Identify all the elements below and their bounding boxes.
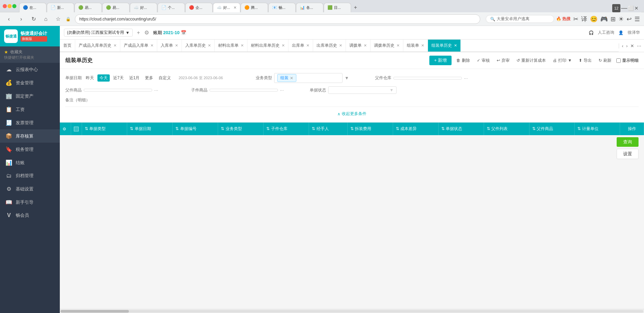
sidebar-item-settle[interactable]: 📊 结账	[0, 156, 60, 169]
biz-type-remove-icon[interactable]: ✕	[290, 76, 293, 81]
period-selector[interactable]: 账期 2021-10 📅	[153, 30, 187, 36]
recalc-cost-button[interactable]: ↺ 重新计算成本	[514, 56, 548, 65]
parent-item-more-icon[interactable]: ···	[154, 87, 158, 93]
tab-close-icon[interactable]: ✕	[233, 5, 237, 10]
menu-icon[interactable]: ☰	[634, 15, 640, 23]
sidebar-item-cloud-report[interactable]: ☁ 云报表中心	[0, 63, 60, 76]
export-button[interactable]: ⬆ 导出	[577, 56, 594, 65]
tab-group[interactable]: 组装单 ✕	[403, 40, 428, 52]
th-dismantle-fee[interactable]: ⇅ 拆装费用	[347, 123, 393, 135]
sidebar-item-vip[interactable]: V 畅会员	[0, 209, 60, 222]
child-item-more-icon[interactable]: ···	[280, 87, 284, 93]
address-bar[interactable]	[75, 14, 480, 24]
sidebar-item-fund[interactable]: 💰 资金管理	[0, 76, 60, 89]
th-checkbox[interactable]	[71, 123, 82, 135]
th-order-date[interactable]: ⇅ 单据日期	[127, 123, 173, 135]
grid-icon[interactable]: ⊞	[611, 15, 616, 23]
history-icon[interactable]: ↩	[627, 15, 632, 23]
set-button[interactable]: 设置	[617, 149, 639, 159]
date-btn-today[interactable]: 今天	[97, 74, 110, 82]
biz-type-dropdown-icon[interactable]: ▼	[345, 75, 349, 81]
tab-close-mat-out[interactable]: ✕	[241, 43, 244, 48]
biz-type-input-area[interactable]: 组装 ✕	[274, 73, 343, 83]
tab-close-mat-out-hist[interactable]: ✕	[282, 43, 285, 48]
browser-tab-2[interactable]: 📄 新...	[47, 3, 74, 12]
browser-tab-3[interactable]: 🟢 易...	[75, 3, 102, 12]
date-btn-yesterday[interactable]: 昨天	[84, 74, 96, 82]
tab-out[interactable]: 出库单 ✕	[289, 40, 313, 52]
browser-tab-12[interactable]: 🟩 目...	[324, 3, 351, 12]
delete-button[interactable]: 🗑 删除	[454, 56, 472, 65]
tab-close-prod-in-hist[interactable]: ✕	[113, 43, 117, 48]
consult-label[interactable]: 人工咨询	[598, 30, 614, 35]
show-detail-checkbox[interactable]	[616, 58, 621, 63]
sidebar-item-invoice[interactable]: 🧾 发票管理	[0, 116, 60, 129]
date-btn-custom[interactable]: 自定义	[157, 74, 173, 82]
tab-close-group-hist[interactable]: ✕	[454, 43, 457, 48]
browser-tab-5[interactable]: ☁️ 好...	[130, 3, 157, 12]
tab-prev-icon[interactable]: ‹	[620, 43, 625, 48]
browser-tab-1[interactable]: 🔵 在...	[19, 3, 46, 12]
browser-tab-10[interactable]: 📧 畅...	[268, 3, 296, 12]
date-btn-7days[interactable]: 近7天	[111, 74, 126, 82]
search-bar[interactable]: 🔍 大量安卓用户逃离	[486, 15, 554, 23]
username[interactable]: 徐泽华	[628, 30, 640, 35]
sidebar-item-payroll[interactable]: 📋 工资	[0, 103, 60, 116]
th-order-status[interactable]: ⇅ 单据状态	[438, 123, 484, 135]
game-icon[interactable]: 🎮	[600, 15, 608, 23]
add-tab-icon[interactable]: +	[137, 30, 140, 36]
abandon-button[interactable]: ↩ 弃审	[495, 56, 512, 65]
sidebar-item-basic[interactable]: ⚙ 基础设置	[0, 182, 60, 196]
bookmark-button[interactable]: ☆	[53, 14, 63, 24]
th-cost-diff[interactable]: ⇅ 成本差异	[393, 123, 438, 135]
tab-prod-in[interactable]: 产成品入库单 ✕	[120, 40, 157, 52]
browser-tab-8[interactable]: ☁️ 好... ✕	[213, 3, 240, 12]
tab-mat-out-hist[interactable]: 材料出库单历史 ✕	[247, 40, 289, 52]
tab-in-hist[interactable]: 入库单历史 ✕	[182, 40, 215, 52]
tab-close-assemble[interactable]: ✕	[364, 43, 367, 48]
company-selector[interactable]: (勿删勿禁用) 江西服宝测试专用 ▼	[64, 29, 133, 37]
tab-close-prod-in[interactable]: ✕	[150, 43, 153, 48]
date-btn-1month[interactable]: 近1月	[127, 74, 142, 82]
parent-item-input[interactable]	[84, 89, 152, 91]
th-parent-item[interactable]: ⇅ 父件商品	[529, 123, 575, 135]
back-button[interactable]: ‹	[4, 14, 14, 24]
sidebar-item-fixed-assets[interactable]: 🏢 固定资产	[0, 89, 60, 103]
sidebar-item-tax[interactable]: 🔖 税务管理	[0, 143, 60, 156]
tab-more-icon[interactable]: ⋯	[635, 43, 643, 48]
tab-out-hist[interactable]: 出库单历史 ✕	[313, 40, 346, 52]
audit-button[interactable]: ✓ 审核	[475, 56, 492, 65]
calendar-icon[interactable]: 📅	[181, 30, 186, 35]
print-button[interactable]: 🖨 打印 ▼	[551, 56, 574, 65]
minimize-button[interactable]: —	[621, 4, 627, 12]
brightness-icon[interactable]: ☀	[618, 15, 624, 23]
tab-close-out[interactable]: ✕	[306, 43, 309, 48]
sidebar-item-inventory[interactable]: 📦 库存核算	[0, 129, 60, 143]
translate-icon[interactable]: 译	[581, 15, 587, 23]
search-button[interactable]: 查询	[617, 137, 639, 147]
date-btn-more[interactable]: 更多	[143, 74, 155, 82]
th-order-type[interactable]: ⇅ 单据类型	[82, 123, 127, 135]
th-order-no[interactable]: ⇅ 单据编号	[173, 123, 218, 135]
tab-close-in-hist[interactable]: ✕	[208, 43, 211, 48]
emoji-icon[interactable]: 😊	[590, 15, 598, 23]
browser-tab-4[interactable]: 🟢 易...	[102, 3, 130, 12]
refresh-button[interactable]: ↻ 刷新	[596, 56, 614, 65]
browser-tab-6[interactable]: 📄 个...	[158, 3, 185, 12]
home-button[interactable]: ⌂	[41, 14, 51, 24]
th-child-warehouse[interactable]: ⇅ 子件仓库	[264, 123, 309, 135]
sidebar-favorites[interactable]: ★ 收藏夹 快捷键打开收藏夹	[0, 46, 60, 63]
tab-next-icon[interactable]: ›	[625, 43, 629, 48]
browser-tab-9[interactable]: 🟠 腾...	[241, 3, 268, 12]
sidebar-item-archive[interactable]: 🗂 归档管理	[0, 169, 60, 182]
tab-close-assemble-hist[interactable]: ✕	[397, 43, 400, 48]
collapse-button[interactable]: ∧ 收起更多条件	[65, 110, 639, 118]
settings-icon[interactable]: ⚙	[144, 29, 149, 36]
tab-close-group[interactable]: ✕	[421, 43, 424, 48]
sidebar-item-guide[interactable]: 📖 新手引导	[0, 196, 60, 209]
tab-assemble-hist[interactable]: 调拨单历史 ✕	[371, 40, 403, 52]
th-biz-type[interactable]: ⇅ 业务类型	[218, 123, 264, 135]
horizontal-scrollbar[interactable]	[60, 309, 644, 313]
close-button[interactable]: ✕	[634, 5, 639, 11]
th-handler[interactable]: ⇅ 经手人	[309, 123, 348, 135]
